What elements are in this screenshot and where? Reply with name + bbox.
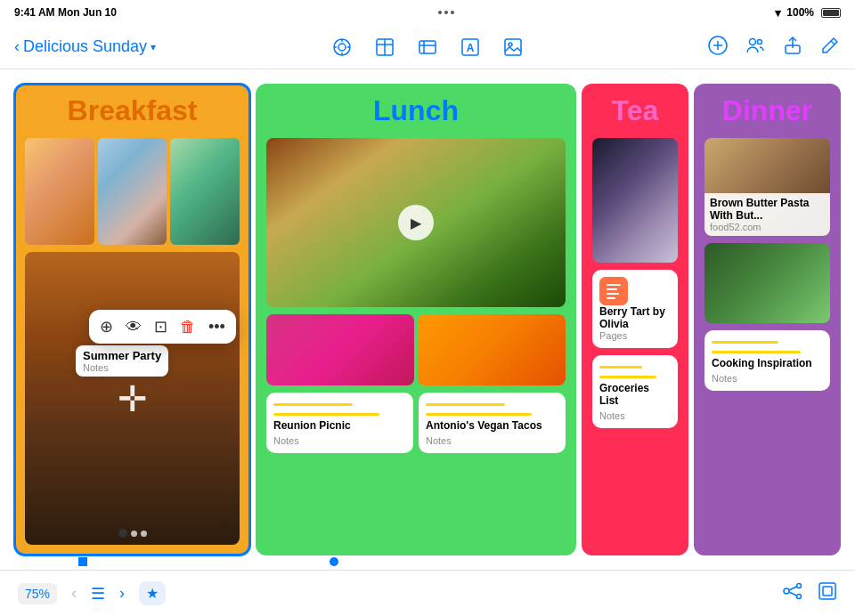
- grapes-image: [170, 138, 240, 245]
- bottom-left-controls: 75% ‹ ☰ › ★: [18, 580, 166, 606]
- ctx-copy-icon[interactable]: ⊡: [154, 317, 167, 336]
- ctx-more-icon[interactable]: •••: [208, 318, 225, 336]
- cooking-inspiration-card[interactable]: Cooking Inspiration Notes: [704, 330, 830, 391]
- tea-header: Tea: [592, 94, 678, 127]
- lunch-cards-row: Reunion Picnic Notes Antonio's Vegan Tac…: [266, 393, 566, 453]
- video-play-button[interactable]: ▶: [398, 205, 434, 240]
- zoom-level[interactable]: 75%: [18, 583, 57, 604]
- svg-point-1: [338, 44, 346, 51]
- svg-line-22: [831, 41, 835, 45]
- breakfast-images-row: [25, 138, 240, 245]
- pages-icon: [599, 277, 628, 305]
- tea-main-image: [592, 138, 678, 263]
- nav-next-button[interactable]: ›: [116, 580, 128, 606]
- salad-image: [704, 243, 830, 323]
- wifi-icon: ▾: [775, 6, 781, 20]
- list-view-button[interactable]: ☰: [91, 584, 105, 604]
- svg-line-32: [789, 592, 797, 596]
- svg-point-28: [784, 588, 789, 594]
- image-button[interactable]: [501, 35, 525, 60]
- collaborate-button[interactable]: [745, 35, 766, 60]
- lunch-header: Lunch: [266, 94, 566, 127]
- svg-rect-9: [419, 41, 436, 53]
- tea-column[interactable]: Tea Berry Tart by Olivia Pages: [582, 84, 688, 555]
- battery-percent: 100%: [786, 6, 814, 19]
- reunion-picnic-card[interactable]: Reunion Picnic Notes: [266, 393, 413, 453]
- share-button[interactable]: [782, 35, 803, 60]
- status-center-dots: [438, 11, 454, 14]
- layers-button[interactable]: [415, 35, 440, 60]
- status-time: 9:41 AM Mon Jun 10: [14, 6, 117, 19]
- table-button[interactable]: [372, 35, 397, 60]
- lunch-main-image: ▶: [266, 138, 566, 307]
- svg-text:A: A: [467, 42, 475, 54]
- svg-point-30: [797, 595, 802, 599]
- canvas-area: Breakfast ✛ Lunch: [0, 69, 855, 570]
- svg-rect-27: [607, 297, 615, 299]
- status-bar: 9:41 AM Mon Jun 10 ▾ 100%: [0, 0, 855, 25]
- nav-prev-button[interactable]: ‹: [68, 580, 80, 606]
- ctx-add-icon[interactable]: ⊕: [100, 317, 113, 336]
- annotate-button[interactable]: [330, 35, 354, 60]
- context-menu[interactable]: ⊕ 👁 ⊡ 🗑 •••: [89, 310, 236, 344]
- breakfast-header: Breakfast: [25, 94, 240, 127]
- toolbar-left: ‹ Delicious Sunday ▾: [14, 37, 221, 56]
- scroll-indicator: [118, 529, 147, 538]
- bottom-right-controls: [782, 581, 837, 605]
- dinner-header: Dinner: [704, 94, 830, 127]
- move-icon: ✛: [118, 378, 148, 419]
- selection-dot-bottom-left: [78, 557, 87, 566]
- svg-point-20: [758, 39, 762, 44]
- pink-drink-image: [266, 314, 414, 385]
- text-button[interactable]: A: [458, 35, 483, 60]
- orange-fruit-image: [418, 314, 566, 385]
- svg-rect-14: [505, 39, 521, 55]
- star-button[interactable]: ★: [139, 581, 166, 605]
- document-title[interactable]: Delicious Sunday ▾: [23, 37, 156, 56]
- toolbar-center: A: [221, 35, 634, 60]
- toolbar: ‹ Delicious Sunday ▾: [0, 25, 855, 69]
- svg-rect-34: [823, 587, 832, 596]
- olives-image: [98, 138, 167, 245]
- svg-line-31: [789, 587, 797, 590]
- network-share-icon[interactable]: [782, 582, 803, 604]
- edit-button[interactable]: [819, 35, 841, 60]
- back-button[interactable]: ‹: [14, 37, 20, 56]
- svg-rect-25: [607, 288, 617, 290]
- summer-party-label[interactable]: Summer Party Notes: [76, 345, 168, 377]
- ctx-delete-icon[interactable]: 🗑: [180, 318, 196, 336]
- groceries-list-card[interactable]: Groceries List Notes: [592, 355, 678, 428]
- berry-tart-card[interactable]: Berry Tart by Olivia Pages: [592, 270, 678, 348]
- ctx-preview-icon[interactable]: 👁: [126, 318, 142, 336]
- add-button[interactable]: [707, 35, 729, 60]
- selection-dot-bottom-right: [330, 557, 338, 566]
- antonios-tacos-card[interactable]: Antonio's Vegan Tacos Notes: [419, 393, 566, 453]
- svg-rect-24: [607, 284, 621, 286]
- dinner-column[interactable]: Dinner Brown Butter Pasta With But... fo…: [694, 84, 841, 555]
- title-chevron-icon: ▾: [151, 41, 156, 53]
- melon-image: [25, 138, 94, 245]
- status-right: ▾ 100%: [775, 6, 841, 20]
- svg-rect-26: [607, 293, 619, 295]
- svg-rect-23: [599, 277, 628, 305]
- lunch-column[interactable]: Lunch ▶ Reunion Picnic Notes: [256, 84, 576, 555]
- bottom-bar: 75% ‹ ☰ › ★: [0, 570, 855, 616]
- svg-point-19: [750, 38, 756, 45]
- svg-rect-33: [819, 583, 835, 599]
- pancakes-image: ✛: [25, 252, 240, 545]
- pasta-image-card: Brown Butter Pasta With But... food52.co…: [704, 138, 830, 236]
- fullscreen-icon[interactable]: [818, 581, 837, 605]
- svg-point-29: [797, 584, 802, 588]
- pasta-image-label: Brown Butter Pasta With But... food52.co…: [704, 193, 830, 236]
- toolbar-right: [634, 35, 841, 60]
- lunch-small-images: [266, 314, 566, 385]
- battery-icon: [821, 8, 841, 18]
- svg-point-15: [509, 43, 512, 46]
